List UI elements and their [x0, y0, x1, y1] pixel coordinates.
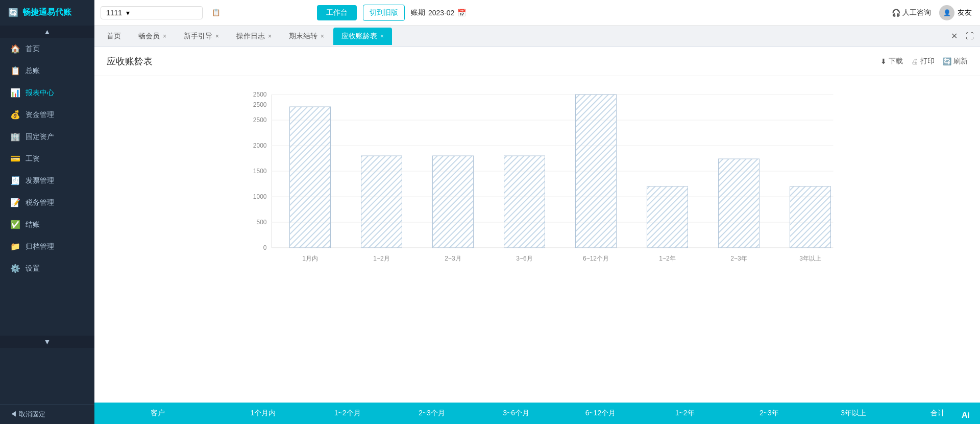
sidebar-item-salary[interactable]: 💳 工资: [0, 148, 94, 170]
tab-aging[interactable]: 应收账龄表 ×: [333, 28, 392, 45]
consult-button[interactable]: 🎧 人工咨询: [892, 8, 931, 17]
tab-yearend-close[interactable]: ×: [321, 33, 324, 40]
workbench-button[interactable]: 工作台: [317, 5, 357, 20]
svg-text:3年以上: 3年以上: [799, 255, 821, 262]
svg-text:2~3月: 2~3月: [445, 255, 461, 262]
cancel-fixed-label: ◀ 取消固定: [10, 410, 45, 419]
period-label: 账期: [411, 8, 425, 17]
svg-text:2~3年: 2~3年: [730, 255, 747, 262]
tab-yearend[interactable]: 期末结转 ×: [281, 28, 332, 45]
sidebar: ▲ 🏠 首页 📋 总账 📊 报表中心 💰 资金管理 🏢 固定资产 💳 工资 🧾 …: [0, 26, 94, 424]
content-area: 首页 畅会员 × 新手引导 × 操作日志 × 期末结转 × 应收账龄表 ×: [94, 26, 980, 424]
table-col-2-3m: 2~3个月: [389, 409, 474, 418]
app-header: 🔄 畅捷通易代账 1111 ▾ 📋 工作台 切到旧版 账期 2023-02 📅 …: [0, 0, 980, 26]
archive-icon: 📁: [10, 242, 20, 251]
sidebar-scroll-down[interactable]: ▼: [0, 336, 94, 348]
chart-area: 0 500 1000 1500 2000 2500 2500 2500 1月内 …: [94, 76, 980, 403]
refresh-button[interactable]: 🔄 刷新: [943, 57, 968, 66]
refresh-icon: 🔄: [943, 57, 951, 65]
close-all-tabs-button[interactable]: ✕: [949, 29, 960, 43]
user-menu[interactable]: 👤 友友: [939, 5, 972, 20]
company-selector[interactable]: 1111 ▾: [101, 6, 203, 19]
sidebar-item-ledger[interactable]: 📋 总账: [0, 60, 94, 82]
tab-guide[interactable]: 新手引导 ×: [176, 28, 227, 45]
table-col-3-6m: 3~6个月: [474, 409, 558, 418]
sidebar-label-home: 首页: [26, 44, 40, 54]
page-actions: ⬇ 下载 🖨 打印 🔄 刷新: [880, 57, 968, 66]
home-icon: 🏠: [10, 44, 20, 54]
svg-text:1500: 1500: [253, 168, 267, 175]
sidebar-item-assets[interactable]: 🏢 固定资产: [0, 126, 94, 148]
ledger-icon: 📋: [10, 66, 20, 76]
table-col-6-12m: 6~12个月: [558, 409, 643, 418]
svg-text:2500: 2500: [253, 91, 267, 98]
user-name: 友友: [958, 8, 972, 17]
svg-text:3~6月: 3~6月: [516, 255, 532, 262]
company-name: 1111: [106, 9, 122, 17]
copy-icon: 📋: [212, 9, 220, 16]
sidebar-item-funds[interactable]: 💰 资金管理: [0, 104, 94, 126]
sidebar-item-invoice[interactable]: 🧾 发票管理: [0, 170, 94, 192]
reports-icon: 📊: [10, 88, 20, 98]
sidebar-item-settings[interactable]: ⚙️ 设置: [0, 257, 94, 279]
table-col-1-2m: 1~2个月: [305, 409, 389, 418]
settings-icon: ⚙️: [10, 264, 20, 273]
sidebar-item-tax[interactable]: 📝 税务管理: [0, 192, 94, 214]
sidebar-label-funds: 资金管理: [26, 110, 54, 120]
svg-text:1000: 1000: [253, 193, 267, 200]
page-content: 应收账龄表 ⬇ 下载 🖨 打印 🔄 刷新: [94, 47, 980, 424]
download-button[interactable]: ⬇ 下载: [880, 57, 903, 66]
svg-rect-19: [361, 156, 402, 248]
invoice-icon: 🧾: [10, 176, 20, 185]
sidebar-label-reports: 报表中心: [26, 88, 54, 98]
avatar: 👤: [939, 5, 954, 20]
sidebar-item-archive[interactable]: 📁 归档管理: [0, 235, 94, 257]
tab-oplog-label: 操作日志: [236, 32, 265, 41]
consult-label: 人工咨询: [902, 8, 931, 17]
aging-chart: 0 500 1000 1500 2000 2500 2500 2500 1月内 …: [107, 84, 968, 278]
tab-home-label: 首页: [107, 32, 121, 41]
svg-text:1月内: 1月内: [302, 255, 318, 262]
tax-icon: 📝: [10, 198, 20, 207]
copy-button[interactable]: 📋: [209, 6, 311, 19]
funds-icon: 💰: [10, 110, 20, 120]
tab-aging-close[interactable]: ×: [380, 33, 384, 40]
headset-icon: 🎧: [892, 9, 900, 17]
avatar-icon: 👤: [943, 9, 951, 16]
table-col-3y-plus: 3年以上: [812, 409, 896, 418]
switch-version-button[interactable]: 切到旧版: [363, 5, 405, 21]
sidebar-item-settle[interactable]: ✅ 结账: [0, 214, 94, 235]
table-col-customer: 客户: [94, 409, 221, 418]
print-button[interactable]: 🖨 打印: [911, 57, 935, 66]
sidebar-item-home[interactable]: 🏠 首页: [0, 38, 94, 60]
tab-member[interactable]: 畅会员 ×: [130, 28, 175, 45]
table-col-2-3y: 2~3年: [727, 409, 811, 418]
tab-guide-close[interactable]: ×: [215, 33, 219, 40]
expand-button[interactable]: ⛶: [964, 29, 976, 43]
tab-home[interactable]: 首页: [99, 28, 129, 45]
svg-rect-27: [647, 186, 688, 248]
tabs-right-actions: ✕ ⛶: [949, 29, 976, 43]
period-value: 2023-02: [428, 9, 454, 17]
sidebar-scroll-up[interactable]: ▲: [0, 26, 94, 38]
sidebar-item-reports[interactable]: 📊 报表中心: [0, 82, 94, 104]
svg-text:1~2年: 1~2年: [659, 255, 675, 262]
tab-member-close[interactable]: ×: [163, 33, 166, 40]
svg-rect-29: [719, 159, 760, 248]
sidebar-label-tax: 税务管理: [26, 198, 54, 207]
sidebar-label-archive: 归档管理: [26, 242, 54, 251]
tab-oplog-close[interactable]: ×: [268, 33, 272, 40]
sidebar-label-salary: 工资: [26, 154, 40, 163]
cancel-fixed-button[interactable]: ◀ 取消固定: [0, 404, 94, 424]
page-title: 应收账龄表: [107, 55, 153, 67]
tab-oplog[interactable]: 操作日志 ×: [228, 28, 280, 45]
svg-text:1~2月: 1~2月: [373, 255, 389, 262]
calendar-icon[interactable]: 📅: [457, 9, 466, 17]
header-right: 🎧 人工咨询 👤 友友: [892, 5, 972, 20]
svg-text:500: 500: [256, 219, 266, 226]
svg-text:2000: 2000: [253, 142, 267, 149]
svg-rect-23: [504, 156, 545, 248]
svg-rect-31: [790, 186, 831, 248]
ai-badge[interactable]: Ai: [951, 407, 980, 424]
tab-yearend-label: 期末结转: [289, 32, 317, 41]
